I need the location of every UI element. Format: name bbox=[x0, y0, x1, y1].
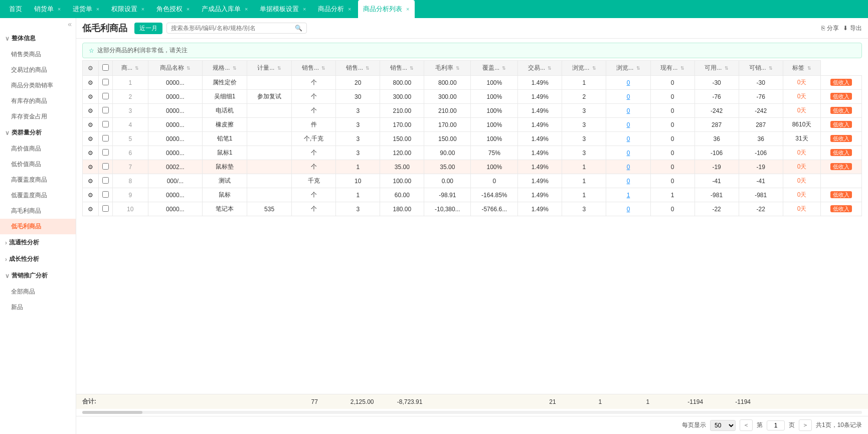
col-available[interactable]: 可用... ⇅ bbox=[695, 61, 739, 76]
cell-settings[interactable]: ⚙ bbox=[83, 118, 99, 132]
sidebar-item-high-coverage[interactable]: 高覆盖度商品 bbox=[0, 172, 76, 188]
browse1-value[interactable]: 0 bbox=[627, 121, 630, 128]
sidebar-item-stocked[interactable]: 有库存的商品 bbox=[0, 93, 76, 109]
cell-checkbox[interactable] bbox=[99, 202, 113, 216]
page-number-input[interactable] bbox=[767, 420, 785, 430]
search-input[interactable] bbox=[171, 25, 295, 32]
col-checkbox[interactable] bbox=[99, 61, 113, 76]
nav-home[interactable]: 首页 bbox=[4, 0, 27, 18]
cell-checkbox[interactable] bbox=[99, 118, 113, 132]
nav-product-entry[interactable]: 产成品入库单 × bbox=[197, 0, 253, 18]
close-icon[interactable]: × bbox=[406, 6, 409, 12]
sidebar-item-all-goods[interactable]: 全部商品 bbox=[0, 284, 76, 300]
row-checkbox[interactable] bbox=[102, 205, 109, 212]
sidebar-item-low-coverage[interactable]: 低覆盖度商品 bbox=[0, 188, 76, 203]
col-code[interactable]: 商... ⇅ bbox=[113, 61, 148, 76]
settings-icon[interactable]: ⚙ bbox=[88, 121, 93, 128]
cell-checkbox[interactable] bbox=[99, 90, 113, 104]
nav-purchase[interactable]: 进货单 × bbox=[68, 0, 104, 18]
nav-product-analysis[interactable]: 商品分析 × bbox=[313, 0, 356, 18]
settings-icon[interactable]: ⚙ bbox=[88, 135, 93, 142]
cell-checkbox[interactable] bbox=[99, 76, 113, 90]
sidebar-item-traded-goods[interactable]: 交易过的商品 bbox=[0, 62, 76, 78]
cell-settings[interactable]: ⚙ bbox=[83, 188, 99, 202]
settings-icon[interactable]: ⚙ bbox=[88, 79, 93, 86]
cell-browse1[interactable]: 0 bbox=[606, 202, 650, 216]
scrollbar-thumb[interactable] bbox=[82, 411, 142, 414]
col-coverage[interactable]: 覆盖... ⇅ bbox=[471, 61, 518, 76]
sidebar-group-growth[interactable]: › 成长性分析 bbox=[0, 251, 76, 267]
sidebar-item-inventory-capital[interactable]: 库存资金占用 bbox=[0, 109, 76, 124]
search-icon[interactable]: 🔍 bbox=[295, 25, 302, 32]
sidebar-group-liquidity[interactable]: › 流通性分析 bbox=[0, 234, 76, 251]
col-spec[interactable]: 规格... ⇅ bbox=[203, 61, 247, 76]
sidebar-item-low-value[interactable]: 低价值商品 bbox=[0, 157, 76, 172]
select-all-checkbox[interactable] bbox=[102, 64, 109, 71]
cell-settings[interactable]: ⚙ bbox=[83, 132, 99, 146]
col-settings[interactable]: ⚙ bbox=[83, 61, 99, 76]
col-saleable[interactable]: 可销... ⇅ bbox=[739, 61, 783, 76]
cell-browse1[interactable]: 0 bbox=[606, 174, 650, 188]
sidebar-collapse-button[interactable]: « bbox=[0, 18, 76, 30]
cell-settings[interactable]: ⚙ bbox=[83, 146, 99, 160]
export-button[interactable]: ⬇ 导出 bbox=[843, 24, 862, 33]
row-checkbox[interactable] bbox=[102, 121, 109, 127]
browse1-value[interactable]: 0 bbox=[627, 150, 630, 157]
nav-sales[interactable]: 销货单 × bbox=[29, 0, 66, 18]
cell-checkbox[interactable] bbox=[99, 160, 113, 174]
row-checkbox[interactable] bbox=[102, 191, 109, 198]
cell-browse1[interactable]: 0 bbox=[606, 104, 650, 118]
settings-icon[interactable]: ⚙ bbox=[88, 178, 93, 185]
col-browse2[interactable]: 浏览... ⇅ bbox=[606, 61, 650, 76]
col-gross-rate[interactable]: 毛利率 ⇅ bbox=[424, 61, 471, 76]
sidebar-item-low-margin[interactable]: 低毛利商品 bbox=[0, 219, 76, 234]
col-name[interactable]: 商品名称 ⇅ bbox=[148, 61, 203, 76]
cell-checkbox[interactable] bbox=[99, 132, 113, 146]
sidebar-item-high-margin[interactable]: 高毛利商品 bbox=[0, 203, 76, 219]
horizontal-scrollbar[interactable] bbox=[82, 411, 862, 414]
browse1-value[interactable]: 0 bbox=[627, 135, 630, 142]
cell-settings[interactable]: ⚙ bbox=[83, 202, 99, 216]
settings-icon[interactable]: ⚙ bbox=[88, 93, 93, 100]
cell-checkbox[interactable] bbox=[99, 188, 113, 202]
cell-browse1[interactable]: 0 bbox=[606, 146, 650, 160]
col-current-stock[interactable]: 现有... ⇅ bbox=[650, 61, 695, 76]
settings-icon[interactable]: ⚙ bbox=[88, 192, 93, 199]
browse1-value[interactable]: 0 bbox=[627, 164, 630, 171]
sidebar-group-overall[interactable]: ∨ 整体信息 bbox=[0, 30, 76, 47]
cell-checkbox[interactable] bbox=[99, 146, 113, 160]
browse1-value[interactable]: 0 bbox=[627, 206, 630, 213]
close-icon[interactable]: × bbox=[58, 6, 61, 12]
close-icon[interactable]: × bbox=[348, 6, 351, 12]
cell-browse1[interactable]: 0 bbox=[606, 90, 650, 104]
sidebar-group-marketing[interactable]: ∨ 营销推广分析 bbox=[0, 267, 76, 284]
row-checkbox[interactable] bbox=[102, 149, 109, 156]
cell-browse1[interactable]: 0 bbox=[606, 132, 650, 146]
row-checkbox[interactable] bbox=[102, 135, 109, 141]
row-checkbox[interactable] bbox=[102, 177, 109, 184]
close-icon[interactable]: × bbox=[141, 6, 144, 12]
nav-permission[interactable]: 权限设置 × bbox=[106, 0, 149, 18]
cell-browse1[interactable]: 0 bbox=[606, 118, 650, 132]
sidebar-item-new-goods[interactable]: 新品 bbox=[0, 300, 76, 315]
col-sales-price[interactable]: 销售... ⇅ bbox=[336, 61, 380, 76]
cell-settings[interactable]: ⚙ bbox=[83, 160, 99, 174]
col-unit[interactable]: 计量... ⇅ bbox=[247, 61, 292, 76]
settings-icon[interactable]: ⚙ bbox=[88, 164, 93, 171]
col-sales-qty[interactable]: 销售... ⇅ bbox=[292, 61, 336, 76]
settings-icon[interactable]: ⚙ bbox=[88, 107, 93, 114]
browse1-value[interactable]: 0 bbox=[627, 93, 630, 100]
next-page-button[interactable]: ＞ bbox=[799, 419, 812, 431]
row-checkbox[interactable] bbox=[102, 93, 109, 99]
share-button[interactable]: ⎘ 分享 bbox=[821, 24, 839, 33]
prev-page-button[interactable]: ＜ bbox=[740, 419, 753, 431]
col-browse1[interactable]: 浏览... ⇅ bbox=[562, 61, 606, 76]
row-checkbox[interactable] bbox=[102, 79, 109, 85]
cell-browse1[interactable]: 1 bbox=[606, 188, 650, 202]
sidebar-group-cluster[interactable]: ∨ 类群量分析 bbox=[0, 124, 76, 141]
cell-settings[interactable]: ⚙ bbox=[83, 104, 99, 118]
settings-icon[interactable]: ⚙ bbox=[88, 150, 93, 157]
browse1-value[interactable]: 0 bbox=[627, 107, 630, 114]
col-sales-gross[interactable]: 销售... ⇅ bbox=[380, 61, 424, 76]
sidebar-item-category-rate[interactable]: 商品分类助销率 bbox=[0, 78, 76, 93]
